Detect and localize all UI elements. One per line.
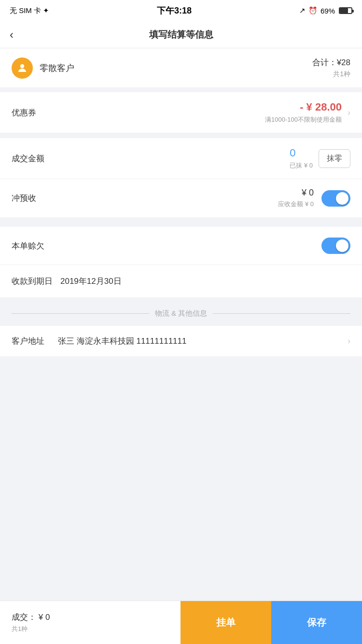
pending-button[interactable]: 挂单 bbox=[181, 601, 271, 644]
page-title: 填写结算等信息 bbox=[149, 28, 213, 41]
advance-toggle[interactable] bbox=[321, 190, 350, 207]
coupon-amount: - ¥ 28.00 bbox=[265, 101, 342, 113]
status-time: 下午3:18 bbox=[157, 5, 192, 16]
customer-row: 零散客户 合计：¥28 共1种 bbox=[0, 48, 362, 87]
logistics-divider: 物流 & 其他信息 bbox=[0, 302, 362, 325]
bottom-count: 共1种 bbox=[12, 625, 169, 633]
transaction-sub: 已抹 ¥ 0 bbox=[290, 161, 313, 170]
battery-percent: 69% bbox=[320, 7, 335, 15]
credit-section: 本单赊欠 收款到期日 2019年12月30日 bbox=[0, 227, 362, 297]
divider-line-right bbox=[213, 313, 350, 314]
bottom-info: 成交： ¥ 0 共1种 bbox=[0, 612, 181, 633]
customer-count: 共1种 bbox=[312, 70, 350, 79]
coupon-row[interactable]: 优惠券 - ¥ 28.00 满1000-100不限制使用金额 › bbox=[0, 92, 362, 133]
credit-toggle[interactable] bbox=[321, 238, 350, 254]
transaction-section: 成交金额 0 已抹 ¥ 0 抹零 冲预收 ¥ 0 应收金额 ¥ 0 bbox=[0, 138, 362, 217]
due-date-value: 2019年12月30日 bbox=[60, 276, 122, 287]
logistics-label: 物流 & 其他信息 bbox=[155, 309, 207, 318]
transaction-row: 成交金额 0 已抹 ¥ 0 抹零 bbox=[0, 138, 362, 179]
rounding-button[interactable]: 抹零 bbox=[319, 149, 350, 168]
advance-right: ¥ 0 应收金额 ¥ 0 bbox=[278, 188, 350, 209]
back-button[interactable]: ‹ bbox=[10, 28, 14, 42]
bottom-bar: 成交： ¥ 0 共1种 挂单 保存 bbox=[0, 601, 362, 644]
bottom-transaction-label: 成交： bbox=[12, 613, 36, 622]
address-label: 客户地址 bbox=[12, 336, 50, 347]
svg-point-0 bbox=[20, 64, 24, 68]
customer-name: 零散客户 bbox=[40, 62, 74, 74]
transaction-label: 成交金额 bbox=[12, 153, 44, 164]
battery-icon bbox=[339, 7, 352, 14]
section-divider-2 bbox=[0, 222, 362, 227]
advance-sub-value: 应收金额 ¥ 0 bbox=[278, 200, 314, 209]
alarm-icon: ⏰ bbox=[308, 6, 318, 15]
coupon-label: 优惠券 bbox=[12, 107, 36, 118]
no-sim-label: 无 SIM 卡 ✦ bbox=[10, 6, 49, 15]
customer-left: 零散客户 bbox=[12, 57, 74, 79]
coupon-desc: 满1000-100不限制使用金额 bbox=[265, 115, 342, 124]
divider-line-left bbox=[12, 313, 149, 314]
section-divider-1 bbox=[0, 133, 362, 138]
signal-icon: ↗ bbox=[299, 6, 306, 15]
bottom-transaction-value: ¥ 0 bbox=[39, 613, 50, 622]
nav-bar: ‹ 填写结算等信息 bbox=[0, 21, 362, 48]
customer-total: 合计：¥28 bbox=[312, 57, 350, 68]
coupon-chevron-icon: › bbox=[348, 108, 350, 118]
due-date-label: 收款到期日 bbox=[12, 276, 53, 287]
status-right: ↗ ⏰ 69% bbox=[299, 6, 352, 15]
credit-row: 本单赊欠 bbox=[0, 227, 362, 265]
status-left: 无 SIM 卡 ✦ bbox=[10, 6, 49, 15]
address-value: 张三 海淀永丰科技园 11111111111 bbox=[58, 336, 345, 347]
customer-right: 合计：¥28 共1种 bbox=[312, 57, 350, 79]
advance-label: 冲预收 bbox=[12, 193, 36, 204]
advance-values: ¥ 0 应收金额 ¥ 0 bbox=[278, 188, 314, 209]
transaction-value: 0 bbox=[290, 147, 313, 159]
status-bar: 无 SIM 卡 ✦ 下午3:18 ↗ ⏰ 69% bbox=[0, 0, 362, 21]
transaction-right: 0 已抹 ¥ 0 抹零 bbox=[290, 147, 350, 170]
due-date-row: 收款到期日 2019年12月30日 bbox=[0, 265, 362, 297]
address-row[interactable]: 客户地址 张三 海淀永丰科技园 11111111111 › bbox=[0, 326, 362, 356]
avatar bbox=[12, 57, 33, 79]
address-chevron-icon: › bbox=[348, 336, 350, 346]
content: 零散客户 合计：¥28 共1种 优惠券 - ¥ 28.00 满1000-100不… bbox=[0, 48, 362, 400]
coupon-right: - ¥ 28.00 满1000-100不限制使用金额 › bbox=[265, 101, 350, 124]
advance-main-value: ¥ 0 bbox=[278, 188, 314, 198]
address-right: › bbox=[345, 336, 350, 346]
advance-row: 冲预收 ¥ 0 应收金额 ¥ 0 bbox=[0, 179, 362, 217]
bottom-transaction: 成交： ¥ 0 bbox=[12, 612, 169, 623]
save-button[interactable]: 保存 bbox=[271, 601, 362, 644]
credit-label: 本单赊欠 bbox=[12, 240, 44, 252]
